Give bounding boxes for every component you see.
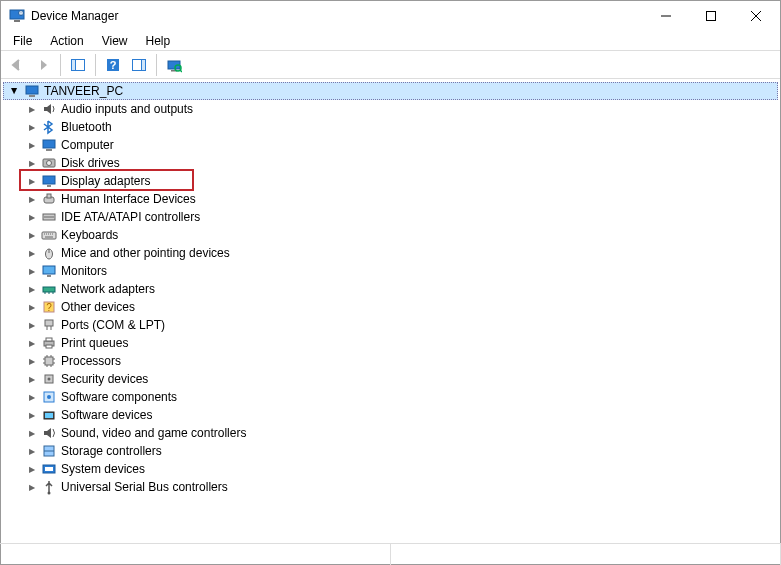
expand-arrow-icon[interactable]: ▶ (27, 338, 37, 348)
console-tree-button[interactable] (66, 53, 90, 77)
category-label: Human Interface Devices (61, 192, 196, 206)
tree-category-node[interactable]: ▶Computer (1, 136, 780, 154)
expand-arrow-icon[interactable]: ▶ (27, 410, 37, 420)
status-panel (391, 544, 782, 565)
tree-category-node[interactable]: ▶Processors (1, 352, 780, 370)
tree-category-node[interactable]: ▶?Other devices (1, 298, 780, 316)
expand-arrow-icon[interactable]: ▶ (27, 140, 37, 150)
tree-category-node[interactable]: ▶Network adapters (1, 280, 780, 298)
category-label: System devices (61, 462, 145, 476)
window-title: Device Manager (31, 9, 118, 23)
hid-icon (41, 191, 57, 207)
expand-arrow-icon[interactable]: ▶ (27, 122, 37, 132)
category-label: IDE ATA/ATAPI controllers (61, 210, 200, 224)
tree-category-node[interactable]: ▶IDE ATA/ATAPI controllers (1, 208, 780, 226)
tree-category-node[interactable]: ▶Human Interface Devices (1, 190, 780, 208)
category-label: Audio inputs and outputs (61, 102, 193, 116)
svg-rect-5 (72, 59, 76, 70)
tree-category-node[interactable]: ▶Universal Serial Bus controllers (1, 478, 780, 496)
category-label: Processors (61, 354, 121, 368)
svg-rect-22 (47, 194, 51, 198)
sound-icon (41, 425, 57, 441)
ports-icon (41, 317, 57, 333)
software-dev-icon (41, 407, 57, 423)
svg-rect-15 (43, 140, 55, 148)
expand-arrow-icon[interactable]: ▶ (27, 320, 37, 330)
svg-rect-1 (14, 20, 20, 22)
category-label: Network adapters (61, 282, 155, 296)
display-icon (41, 173, 57, 189)
device-tree[interactable]: ▶ TANVEER_PC ▶Audio inputs and outputs▶B… (1, 79, 780, 542)
svg-rect-27 (47, 275, 51, 277)
status-panel (0, 544, 391, 565)
cpu-icon (41, 353, 57, 369)
category-label: Disk drives (61, 156, 120, 170)
printer-icon (41, 335, 57, 351)
svg-rect-41 (45, 413, 53, 418)
expand-arrow-icon[interactable]: ▶ (27, 230, 37, 240)
computer-root-icon (24, 83, 40, 99)
category-label: Ports (COM & LPT) (61, 318, 165, 332)
tree-category-node[interactable]: ▶Ports (COM & LPT) (1, 316, 780, 334)
tree-category-node[interactable]: ▶Audio inputs and outputs (1, 100, 780, 118)
tree-category-node[interactable]: ▶Security devices (1, 370, 780, 388)
tree-category-node[interactable]: ▶Software devices (1, 406, 780, 424)
expand-arrow-icon[interactable]: ▶ (27, 266, 37, 276)
menu-file[interactable]: File (5, 32, 40, 50)
svg-rect-26 (43, 266, 55, 274)
expand-arrow-icon[interactable]: ▶ (10, 86, 20, 96)
svg-rect-14 (29, 95, 35, 97)
toolbar-separator (156, 54, 157, 76)
menu-action[interactable]: Action (42, 32, 91, 50)
expand-arrow-icon[interactable]: ▶ (27, 176, 37, 186)
expand-arrow-icon[interactable]: ▶ (27, 194, 37, 204)
tree-category-node[interactable]: ▶Mice and other pointing devices (1, 244, 780, 262)
tree-category-node[interactable]: ▶Storage controllers (1, 442, 780, 460)
action-pane-button[interactable] (127, 53, 151, 77)
svg-text:?: ? (110, 59, 117, 71)
expand-arrow-icon[interactable]: ▶ (27, 248, 37, 258)
help-button[interactable]: ? (101, 53, 125, 77)
expand-arrow-icon[interactable]: ▶ (27, 212, 37, 222)
menu-help[interactable]: Help (138, 32, 179, 50)
close-button[interactable] (733, 2, 778, 31)
back-button[interactable] (5, 53, 29, 77)
svg-rect-35 (45, 357, 53, 365)
scan-hardware-button[interactable] (162, 53, 186, 77)
expand-arrow-icon[interactable]: ▶ (27, 284, 37, 294)
tree-category-node[interactable]: ▶Monitors (1, 262, 780, 280)
expand-arrow-icon[interactable]: ▶ (27, 104, 37, 114)
tree-category-node[interactable]: ▶System devices (1, 460, 780, 478)
minimize-button[interactable] (643, 2, 688, 31)
category-label: Print queues (61, 336, 128, 350)
menu-view[interactable]: View (94, 32, 136, 50)
expand-arrow-icon[interactable]: ▶ (27, 428, 37, 438)
tree-category-node[interactable]: ▶Keyboards (1, 226, 780, 244)
category-label: Mice and other pointing devices (61, 246, 230, 260)
expand-arrow-icon[interactable]: ▶ (27, 158, 37, 168)
category-label: Bluetooth (61, 120, 112, 134)
expand-arrow-icon[interactable]: ▶ (27, 356, 37, 366)
expand-arrow-icon[interactable]: ▶ (27, 482, 37, 492)
expand-arrow-icon[interactable]: ▶ (27, 446, 37, 456)
tree-root-node[interactable]: ▶ TANVEER_PC (3, 82, 778, 100)
expand-arrow-icon[interactable]: ▶ (27, 392, 37, 402)
forward-button[interactable] (31, 53, 55, 77)
computer-icon (41, 137, 57, 153)
expand-arrow-icon[interactable]: ▶ (27, 302, 37, 312)
maximize-button[interactable] (688, 2, 733, 31)
menu-bar: File Action View Help (1, 31, 780, 51)
storage-icon (41, 443, 57, 459)
tree-category-node[interactable]: ▶Software components (1, 388, 780, 406)
svg-rect-28 (43, 287, 55, 292)
category-label: Display adapters (61, 174, 150, 188)
tree-category-node[interactable]: ▶Sound, video and game controllers (1, 424, 780, 442)
tree-category-node[interactable]: ▶Display adapters (1, 172, 780, 190)
tree-category-node[interactable]: ▶Print queues (1, 334, 780, 352)
tree-category-node[interactable]: ▶Disk drives (1, 154, 780, 172)
svg-rect-34 (46, 345, 52, 348)
expand-arrow-icon[interactable]: ▶ (27, 464, 37, 474)
usb-icon (41, 479, 57, 495)
expand-arrow-icon[interactable]: ▶ (27, 374, 37, 384)
tree-category-node[interactable]: ▶Bluetooth (1, 118, 780, 136)
